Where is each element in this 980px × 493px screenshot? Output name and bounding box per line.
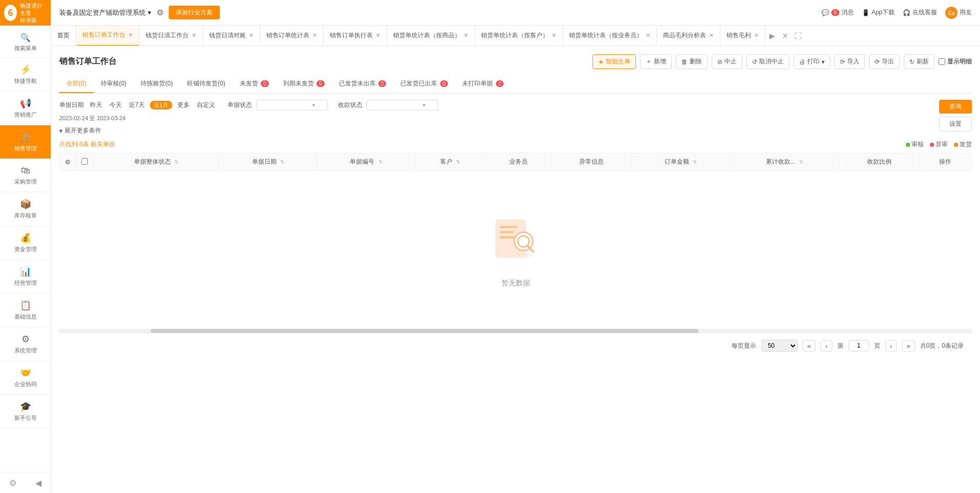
tab-sales-stat-close[interactable]: ✕: [312, 32, 317, 39]
tab-gross-profit[interactable]: 商品毛利分析表 ✕: [657, 26, 720, 46]
col-checkbox[interactable]: [76, 153, 94, 171]
col-settings[interactable]: ⚙: [60, 153, 76, 171]
status-select[interactable]: ▾: [256, 100, 328, 110]
sidebar-item-quick-nav[interactable]: ⚡ 快捷导航: [0, 58, 51, 92]
filter-tab-shipped-out[interactable]: 已发货已出库 0: [393, 75, 455, 93]
import-btn[interactable]: ⟳ 导入: [834, 54, 865, 69]
first-page-btn[interactable]: «: [803, 340, 815, 352]
col-number-sort-icon[interactable]: ⇅: [378, 159, 382, 165]
col-customer-sort-icon[interactable]: ⇅: [456, 159, 460, 165]
horizontal-scrollbar[interactable]: [59, 329, 972, 333]
search-menu-btn[interactable]: 🔍 搜索菜单: [0, 26, 51, 58]
tab-sales-exec-close[interactable]: ✕: [376, 32, 380, 39]
sidebar-item-basic[interactable]: 📋 基础信息: [0, 294, 51, 327]
filter-all-label: 全部(0): [66, 80, 86, 87]
tab-cash-reconcile[interactable]: 钱货日清对账 ✕: [203, 26, 260, 46]
filter-tab-wangpu[interactable]: 旺铺待发货(0): [180, 75, 233, 93]
topbar-settings-icon[interactable]: ⚙: [156, 8, 164, 17]
date-opt-custom[interactable]: 自定义: [195, 100, 217, 110]
col-status-sort-icon[interactable]: ⇅: [174, 159, 178, 165]
prev-page-btn[interactable]: ‹: [821, 340, 832, 352]
page-number-input[interactable]: [849, 340, 869, 351]
tab-scroll-right-btn[interactable]: ▶: [765, 32, 779, 40]
tab-close-all-btn[interactable]: ✕: [779, 32, 791, 40]
date-opt-1month[interactable]: 近1月: [150, 101, 172, 109]
tab-sales-summary-customer[interactable]: 销货单统计表（按客户） ✕: [475, 26, 563, 46]
tab-sales-order-close[interactable]: ✕: [128, 32, 133, 38]
delete-btn[interactable]: 🗑 删除: [676, 54, 708, 69]
show-detail-checkbox[interactable]: 显示明细: [939, 57, 972, 66]
filter-tab-pending-inspect[interactable]: 待拣验货(0): [133, 75, 180, 93]
tab-sales-profit[interactable]: 销售毛利 ✕: [720, 26, 765, 46]
tab-maximize-btn[interactable]: ⛶: [791, 32, 805, 40]
scrollbar-thumb[interactable]: [151, 329, 698, 333]
review-bulk-btn[interactable]: 审核: [906, 140, 924, 149]
online-service-btn[interactable]: 🎧 在线客服: [903, 8, 937, 17]
print-btn[interactable]: 🖨 打印 ▾: [793, 54, 830, 69]
sidebar-item-system[interactable]: ⚙ 系统管理: [0, 327, 51, 361]
industry-solution-btn[interactable]: 体验行业方案: [169, 6, 220, 19]
select-all-checkbox[interactable]: [81, 158, 88, 165]
sidebar-collapse-btn[interactable]: ◀: [35, 478, 41, 488]
col-collected-sort-icon[interactable]: ⇅: [799, 159, 803, 165]
query-btn[interactable]: 查询: [939, 100, 972, 114]
smart-create-btn[interactable]: ★ 智能生单: [592, 54, 636, 69]
sidebar-item-marketing[interactable]: 📢 营销推广: [0, 92, 51, 125]
add-btn[interactable]: ＋ 新增: [640, 54, 672, 69]
filter-shipped-out-label: 已发货已出库: [400, 80, 437, 87]
tab-sales-stat[interactable]: 销售订单统计表 ✕: [260, 26, 324, 46]
cancel-review-bulk-btn[interactable]: 弃审: [930, 140, 948, 149]
tab-summary-customer-close[interactable]: ✕: [552, 32, 556, 39]
filter-tab-shipped-not-out[interactable]: 已发货未出库 0: [332, 75, 394, 93]
sidebar-label-basic: 基础信息: [14, 313, 37, 321]
date-opt-yesterday[interactable]: 昨天: [88, 100, 104, 110]
sidebar-item-sales[interactable]: 🛒 销售管理: [0, 125, 51, 159]
refresh-btn[interactable]: ↻ 刷新: [904, 54, 935, 69]
filter-tab-all[interactable]: 全部(0): [59, 75, 94, 93]
show-detail-input[interactable]: [939, 58, 945, 65]
tab-sales-exec[interactable]: 销售订单执行表 ✕: [324, 26, 387, 46]
tab-sales-summary-product[interactable]: 销货单统计表（按商品） ✕: [387, 26, 475, 46]
sidebar-item-guide[interactable]: 🎓 新手引导: [0, 395, 51, 429]
stop-btn[interactable]: ⊘ 中止: [712, 54, 742, 69]
cancel-stop-btn[interactable]: ↺ 取消中止: [746, 54, 789, 69]
sidebar-item-purchase[interactable]: 🛍 采购管理: [0, 159, 51, 192]
tab-sales-order[interactable]: 销售订单工作台 ✕: [76, 26, 140, 46]
last-page-btn[interactable]: »: [902, 340, 915, 352]
filter-tab-pending-review[interactable]: 待审核(0): [94, 75, 134, 93]
date-opt-more[interactable]: 更多: [175, 100, 192, 110]
tab-summary-staff-close[interactable]: ✕: [646, 32, 650, 39]
sidebar-settings-btn[interactable]: ⚙: [9, 478, 16, 488]
sidebar-item-enterprise[interactable]: 🤝 企业协同: [0, 361, 51, 395]
sidebar-item-finance[interactable]: 💰 资金管理: [0, 226, 51, 260]
tab-gross-profit-close[interactable]: ✕: [709, 32, 714, 39]
sidebar-item-operations[interactable]: 📊 经营管理: [0, 260, 51, 294]
tab-home[interactable]: 首页: [51, 26, 76, 46]
tab-sales-profit-close[interactable]: ✕: [754, 32, 759, 39]
page-suffix: 页: [874, 342, 880, 350]
next-page-btn[interactable]: ›: [885, 340, 897, 352]
export-btn[interactable]: ⟳ 导出: [869, 54, 900, 69]
expand-conditions-btn[interactable]: ▾ 展开更多条件: [59, 126, 931, 135]
filter-tab-unprinted[interactable]: 未打印单据 0: [455, 75, 511, 93]
user-menu-btn[interactable]: Ea 用友: [945, 7, 972, 19]
tab-cash-daily-close[interactable]: ✕: [192, 32, 196, 39]
sidebar-item-inventory[interactable]: 📦 库存核算: [0, 192, 51, 226]
page-size-select[interactable]: 50 20 100: [761, 340, 797, 352]
filter-tab-expired-unshipped[interactable]: 到期未发货 0: [276, 75, 332, 93]
message-btn[interactable]: 💬 6 消息: [822, 8, 854, 17]
tab-cash-daily[interactable]: 钱货日清工作台 ✕: [140, 26, 203, 46]
ship-bulk-btn[interactable]: 发货: [954, 140, 972, 149]
payment-select[interactable]: ▾: [367, 100, 438, 110]
search-settings-btn[interactable]: 设置: [939, 117, 972, 131]
app-download-btn[interactable]: 📱 App下载: [862, 8, 895, 17]
filter-tab-unshipped[interactable]: 未发货 0: [233, 75, 276, 93]
tab-sales-summary-staff[interactable]: 销货单统计表（按业务员） ✕: [563, 26, 657, 46]
date-opt-7days[interactable]: 近7天: [127, 100, 147, 110]
tab-cash-reconcile-close[interactable]: ✕: [249, 32, 254, 39]
date-opt-today[interactable]: 今天: [107, 100, 124, 110]
system-title-dropdown[interactable]: 装备及固定资产辅助管理系统 ▾: [59, 8, 151, 17]
col-amount-sort-icon[interactable]: ⇅: [693, 159, 697, 165]
col-date-sort-icon[interactable]: ⇅: [280, 159, 284, 165]
tab-summary-product-close[interactable]: ✕: [464, 32, 468, 39]
